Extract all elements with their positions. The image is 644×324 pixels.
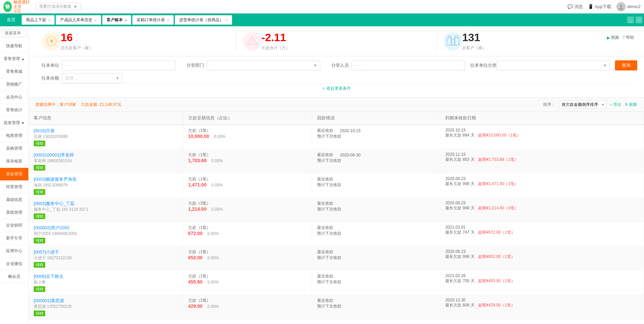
logo-icon: 畅	[3, 1, 12, 12]
overdue-amount-3[interactable]: 超期¥1,214.00（3笔）	[478, 205, 519, 211]
debt-percent-2: 0.00%	[211, 183, 223, 187]
tab-minimize[interactable]: _	[627, 17, 634, 23]
due-date-2: 2020.06.23	[445, 176, 639, 181]
sidebar-item-xin-shou[interactable]: 新手引导	[0, 232, 28, 245]
due-date-4: 2021.03.01	[445, 225, 639, 230]
customer-name-2[interactable]: [0003]畅捷服务尹海燕	[34, 177, 77, 182]
tab-maximize[interactable]: □	[636, 17, 642, 23]
search-input[interactable]	[2, 29, 27, 37]
cell-collection-4: 最近收款 预计下次收款	[312, 222, 440, 246]
help-btn[interactable]: ? 帮助	[622, 35, 634, 40]
result-bar: 搜索结果中，客户16家 欠款金额 -21,148.07元 排序： 按欠款金额倒序…	[29, 98, 644, 112]
tab-ke-hu[interactable]: 客户账本 ×	[102, 15, 131, 25]
message-btn[interactable]: 💬 消息	[567, 4, 583, 10]
table-row: [000002]用户2050 用户2050 18665062050 现销 欠款（…	[29, 222, 644, 246]
manager-input[interactable]: ···	[352, 60, 465, 70]
tab-home[interactable]: 首页	[2, 13, 21, 26]
tab-close-5[interactable]: ×	[226, 18, 228, 22]
app-download-btn[interactable]: 📱 App下载	[588, 4, 611, 10]
unit-category-input[interactable]: ▼	[497, 60, 610, 70]
col-customer-info: 客户信息	[29, 112, 183, 125]
cell-debt-2: 欠款（1笔） 1,471.00 0.00%	[183, 174, 312, 198]
video-btn[interactable]: ▶ 视频	[607, 35, 619, 40]
debt-amount-4[interactable]: 672.00	[188, 231, 203, 236]
tab-shang-pin[interactable]: 商品上下架 ×	[22, 15, 55, 25]
sidebar-item-ji-chu[interactable]: 基础信息	[0, 194, 28, 206]
customer-phone-7: 黄思源 13552700226	[34, 304, 178, 310]
overdue-amount-6[interactable]: 超期¥455.90（1笔）	[478, 278, 515, 284]
debt-amount-6[interactable]: 455.90	[188, 279, 203, 285]
overdue-days-1: 最长欠款 853 天	[445, 157, 475, 163]
overdue-amount-7[interactable]: 超期¥429.00（1笔）	[478, 302, 515, 308]
message-icon: 💬	[567, 4, 573, 9]
customer-name-7[interactable]: [000001]黄思源	[34, 298, 64, 303]
debt-amount-5[interactable]: 652.00	[188, 255, 203, 260]
debt-amount-7[interactable]: 429.00	[188, 303, 203, 309]
overdue-amount-1[interactable]: 超期¥1,703.68（1笔）	[478, 157, 519, 163]
debt-amount-2[interactable]: 1,471.00	[188, 182, 207, 187]
tab-close-4[interactable]: ×	[167, 18, 169, 22]
balance-input[interactable]: 选择... ▼	[62, 73, 122, 83]
sidebar-item-cai-gou[interactable]: 采购管理	[0, 142, 28, 155]
sort-selector[interactable]: 按欠款金额倒序排序	[559, 100, 607, 109]
company-selector[interactable]: 母婴行业演示账套 ▼	[35, 3, 81, 10]
tab-close-1[interactable]: ×	[48, 18, 50, 22]
sidebar-item-kuai-jie[interactable]: 快捷导航	[0, 40, 28, 53]
sidebar-item-ying-yong[interactable]: 应用中心	[0, 245, 28, 258]
customer-phone-4: 用户2050 18665062050	[34, 231, 178, 237]
sidebar-item-xi-tong[interactable]: 系统管理	[0, 206, 28, 219]
tab-jin-huo[interactable]: 进货单统计表（按商品） ×	[175, 15, 232, 25]
refresh-btn[interactable]: ↻ 刷新	[625, 102, 637, 108]
cell-due-5: 2020.06.23 最长欠款 998 天 超期¥652.00（1笔）	[440, 246, 644, 271]
next-collect-0: 预计下次收款	[317, 134, 435, 139]
customer-name-3[interactable]: [0002]服务中心_丁磊	[34, 201, 75, 206]
sidebar-item-pi-fa[interactable]: 批发管理 ▼	[0, 117, 28, 129]
source-unit-input[interactable]: ···	[62, 60, 175, 70]
debt-amount-3[interactable]: 1,214.00	[188, 206, 207, 212]
collapse-bar[interactable]: ∧ 收起更多条件	[35, 83, 637, 93]
sidebar-item-jing-ying[interactable]: 经营管理	[0, 181, 28, 194]
customer-name-0[interactable]: [0016]吕俊	[34, 128, 55, 133]
customer-name-6[interactable]: [0006]去下粮仓	[34, 274, 63, 279]
customer-name-5[interactable]: [0007]小进干	[34, 249, 59, 255]
customer-name-1[interactable]: [0001020001]李老师	[34, 152, 74, 157]
stat-label-3: 总客户（家）	[462, 45, 486, 51]
tab-cai-gou[interactable]: 采购订单统计表 ×	[132, 15, 173, 25]
due-date-3: 2020.06.23	[445, 201, 639, 205]
cell-due-1: 2020.11.15 最长欠款 853 天 超期¥1,703.68（1笔）	[440, 149, 644, 174]
sidebar-item-ying-xiao[interactable]: 营销推广	[0, 78, 28, 91]
balance-label: 往来余额	[35, 75, 59, 81]
export-icon: ○	[610, 102, 612, 107]
sidebar-item-qi-ye-xie-tong[interactable]: 企业协同	[0, 219, 28, 232]
customer-name-4[interactable]: [000002]用户2050	[34, 225, 69, 230]
dept-input[interactable]: ▼	[207, 60, 320, 70]
sidebar-item-zi-jin[interactable]: 资金管理	[0, 168, 28, 181]
overdue-amount-5[interactable]: 超期¥652.00（1笔）	[478, 254, 515, 260]
debt-amount-1[interactable]: 1,703.68	[188, 158, 207, 163]
sidebar-item-chang-hui-yuan[interactable]: 畅会员	[0, 270, 28, 283]
tab-close-2[interactable]: ×	[94, 18, 96, 22]
stat-label-1: 总欠款客户（家）	[61, 45, 93, 51]
sidebar-item-tong-ji[interactable]: 零售统计	[0, 104, 28, 117]
overdue-amount-4[interactable]: 超期¥672.00（1笔）	[478, 230, 515, 235]
query-button[interactable]: 查询	[615, 60, 637, 70]
user-menu[interactable]: demo2	[616, 2, 641, 11]
export-btn[interactable]: ○ 导出	[610, 102, 621, 108]
table-row: [0016]吕俊 吕俊 13026203696 现销 欠款（1笔） 10,000…	[29, 125, 644, 149]
next-collect-7: 预计下次收款	[317, 303, 435, 309]
sort-select[interactable]: 按欠款金额倒序排序	[559, 100, 607, 109]
sidebar-item-ling-shou-shang-cheng[interactable]: 零售商城	[0, 65, 28, 78]
sidebar-item-ling-shou[interactable]: 零售管理 ▲	[0, 53, 28, 65]
customer-tag-0: 现销	[34, 141, 45, 146]
last-collect-label-3: 最近收款	[317, 201, 333, 206]
overdue-amount-0[interactable]: 超期¥10,000.00（1笔）	[478, 132, 521, 138]
tab-chan-pin[interactable]: 产成品入库单历史 ×	[56, 15, 101, 25]
tab-close-3[interactable]: ×	[125, 18, 127, 22]
debt-count-4: 欠款（1笔）	[188, 225, 307, 231]
sidebar-item-wei-xin[interactable]: 企业微信	[0, 258, 28, 270]
sidebar-item-hui-yuan[interactable]: 会员中心	[0, 91, 28, 104]
debt-amount-0[interactable]: 10,000.00	[188, 134, 209, 139]
sidebar-item-ku-cun[interactable]: 库存核算	[0, 155, 28, 168]
sidebar-item-dian-shang[interactable]: 电商管理	[0, 129, 28, 142]
overdue-amount-2[interactable]: 超期¥1,471.00（1笔）	[478, 181, 519, 187]
